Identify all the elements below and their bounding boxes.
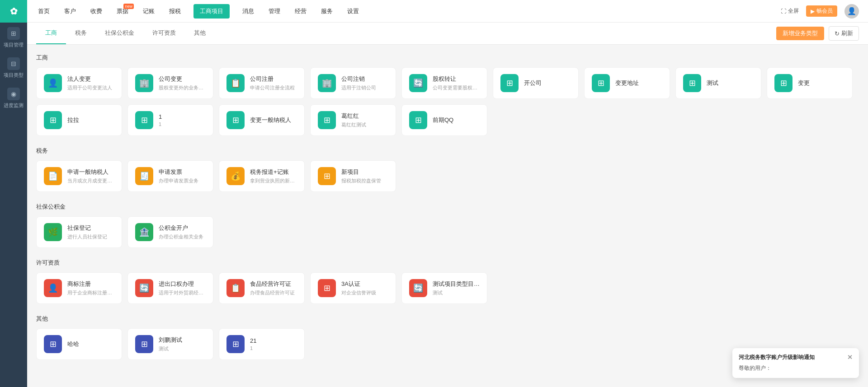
card-change-address[interactable]: ⊞ 变更地址 (584, 67, 670, 99)
card-liupeng-test[interactable]: ⊞ 刘鹏测试 测试 (127, 328, 213, 360)
card-icon-company-change: 🏢 (135, 74, 153, 92)
card-lala[interactable]: ⊞ 拉拉 (36, 104, 122, 136)
fullscreen-btn[interactable]: ⛶ 全屏 (781, 7, 799, 15)
card-gehonghong[interactable]: ⊞ 葛红红 葛红红测试 (310, 104, 396, 136)
tab-license[interactable]: 许可资质 (143, 23, 185, 44)
sidebar-label-progress-monitor: 进度监测 (4, 102, 24, 109)
card-company-cancel[interactable]: 🏢 公司注销 适用于注销公司 (310, 67, 396, 99)
card-info-fund-account: 公积金开户 办理公积金相关业务 (159, 224, 206, 240)
notification-popup: 河北税务数字账户升级影响通知 ✕ 尊敬的用户： (732, 348, 859, 378)
card-desc-legal-change: 适用于公司变更法人 (67, 84, 114, 91)
card-desc-food-license: 办理食品经营许可证 (250, 289, 297, 296)
nav-home[interactable]: 首页 (36, 0, 52, 23)
card-fund-account[interactable]: 🏦 公积金开户 办理公积金相关业务 (127, 216, 213, 248)
card-tax-report-accounting[interactable]: 💰 税务报道+记账 拿到营业执照的新公司 (219, 160, 305, 192)
card-icon-company-cancel: 🏢 (318, 74, 336, 92)
card-new-project[interactable]: ⊞ 新项目 报税加税控盘保管 (310, 160, 396, 192)
card-change-taxpayer[interactable]: ⊞ 变更一般纳税人 (219, 104, 305, 136)
card-icon-change-address: ⊞ (592, 74, 610, 92)
card-info-trademark: 商标注册 用于企业商标注册服务 (67, 280, 114, 296)
card-desc-equity-transfer: 公司变更需要股权转让 (433, 84, 480, 91)
card-equity-transfer[interactable]: 🔄 股权转让 公司变更需要股权转让 (401, 67, 487, 99)
nav-billing[interactable]: 收费 (89, 0, 104, 23)
card-apply-taxpayer[interactable]: 📄 申请一般纳税人 当月或次月成变更完成 (36, 160, 122, 192)
tab-other[interactable]: 其他 (185, 23, 215, 44)
card-social-register[interactable]: 🌿 社保登记 进行人员社保登记 (36, 216, 122, 248)
card-desc-gehonghong: 葛红红测试 (341, 121, 388, 128)
license-cards-grid: 👤 商标注册 用于企业商标注册服务 🔄 进出口权办理 适用于对外贸易经营者 📋 … (36, 272, 859, 304)
card-twenty-one[interactable]: ⊞ 21 1 (219, 328, 305, 360)
tab-tax[interactable]: 税务 (66, 23, 96, 44)
notification-title: 河北税务数字账户升级影响通知 ✕ (739, 354, 853, 361)
card-icon-fund-account: 🏦 (135, 223, 153, 241)
nav-accounting[interactable]: 记账 (141, 0, 156, 23)
add-business-type-button[interactable]: 新增业务类型 (776, 27, 824, 40)
content-area: 工商 税务 社保公积金 许可资质 其他 新增业务类型 ↻ 刷新 工商 👤 (27, 23, 868, 387)
card-name-food-license: 食品经营许可证 (250, 280, 297, 288)
card-one[interactable]: ⊞ 1 1 (127, 104, 213, 136)
nav-management[interactable]: 管理 (267, 0, 282, 23)
card-haha[interactable]: ⊞ 哈哈 (36, 328, 122, 360)
card-name-apply-invoice: 申请发票 (159, 168, 206, 176)
card-apply-invoice[interactable]: 🧾 申请发票 办理申请发票业务 (127, 160, 213, 192)
tab-social[interactable]: 社保公积金 (96, 23, 143, 44)
card-icon-import-export: 🔄 (135, 279, 153, 297)
card-info-one: 1 1 (159, 113, 206, 127)
card-front-qq[interactable]: ⊞ 前期QQ (401, 104, 487, 136)
card-test-type[interactable]: 🔄 测试项目类型目定义 测试 (401, 272, 487, 304)
card-desc-tax-report-accounting: 拿到营业执照的新公司 (250, 177, 297, 184)
nav-messages[interactable]: 消息 (241, 0, 256, 23)
notification-close-button[interactable]: ✕ (847, 354, 853, 361)
sidebar-item-progress-monitor[interactable]: ◉ 进度监测 (0, 83, 27, 113)
nav-tickets[interactable]: 票据 new (115, 0, 130, 23)
section-social: 社保公积金 🌿 社保登记 进行人员社保登记 🏦 公积金开户 办理公积金相关业务 (36, 203, 859, 248)
card-desc-company-change: 股权变更外的业务变更 (159, 84, 206, 91)
card-icon-apply-taxpayer: 📄 (44, 167, 62, 185)
refresh-button[interactable]: ↻ 刷新 (829, 26, 859, 41)
card-info-3a-cert: 3A认证 对企业信誉评级 (341, 280, 388, 296)
card-info-apply-taxpayer: 申请一般纳税人 当月或次月成变更完成 (67, 168, 114, 184)
card-test[interactable]: ⊞ 测试 (675, 67, 761, 99)
vip-btn[interactable]: ▶ 畅会员 (806, 5, 837, 17)
card-open-company[interactable]: ⊞ 开公司 (493, 67, 579, 99)
card-desc-social-register: 进行人员社保登记 (67, 233, 114, 240)
section-title-other: 其他 (36, 315, 859, 323)
card-name-new-project: 新项目 (341, 168, 388, 176)
refresh-label: 刷新 (841, 29, 853, 37)
card-name-fund-account: 公积金开户 (159, 224, 206, 232)
card-3a-cert[interactable]: ⊞ 3A认证 对企业信誉评级 (310, 272, 396, 304)
card-company-register[interactable]: 📋 公司注册 申请公司注册全流程 (219, 67, 305, 99)
card-icon-open-company: ⊞ (500, 74, 519, 92)
nav-tax[interactable]: 报税 (167, 0, 183, 23)
card-name-twenty-one: 21 (250, 337, 297, 344)
sidebar-item-project-type[interactable]: ⊟ 项目类型 (0, 53, 27, 83)
card-legal-change[interactable]: 👤 法人变更 适用于公司变更法人 (36, 67, 122, 99)
card-info-tax-report-accounting: 税务报道+记账 拿到营业执照的新公司 (250, 168, 297, 184)
card-name-test: 测试 (707, 79, 754, 87)
card-import-export[interactable]: 🔄 进出口权办理 适用于对外贸易经营者 (127, 272, 213, 304)
card-icon-haha: ⊞ (44, 335, 62, 353)
card-food-license[interactable]: 📋 食品经营许可证 办理食品经营许可证 (219, 272, 305, 304)
nav-industrial[interactable]: 工商项目 (193, 4, 230, 19)
card-info-equity-transfer: 股权转让 公司变更需要股权转让 (433, 75, 480, 91)
tab-bar: 工商 税务 社保公积金 许可资质 其他 新增业务类型 ↻ 刷新 (27, 23, 868, 45)
card-desc-3a-cert: 对企业信誉评级 (341, 289, 388, 296)
card-desc-test-type: 测试 (433, 289, 480, 296)
card-name-company-cancel: 公司注销 (341, 75, 388, 83)
social-cards-grid: 🌿 社保登记 进行人员社保登记 🏦 公积金开户 办理公积金相关业务 (36, 216, 859, 248)
card-company-change[interactable]: 🏢 公司变更 股权变更外的业务变更 (127, 67, 213, 99)
card-info-legal-change: 法人变更 适用于公司变更法人 (67, 75, 114, 91)
card-trademark[interactable]: 👤 商标注册 用于企业商标注册服务 (36, 272, 122, 304)
card-name-apply-taxpayer: 申请一般纳税人 (67, 168, 114, 176)
nav-services[interactable]: 服务 (319, 0, 335, 23)
sidebar-item-project-mgmt[interactable]: ⊞ 项目管理 (0, 23, 27, 53)
nav-customer[interactable]: 客户 (62, 0, 78, 23)
tab-industrial[interactable]: 工商 (36, 23, 66, 44)
card-info-new-project: 新项目 报税加税控盘保管 (341, 168, 388, 184)
nav-operations[interactable]: 经营 (293, 0, 308, 23)
card-info-haha: 哈哈 (67, 340, 114, 348)
nav-settings[interactable]: 设置 (345, 0, 361, 23)
user-avatar[interactable]: 👤 (844, 4, 859, 19)
logo-icon: ✿ (10, 6, 18, 17)
card-change[interactable]: ⊞ 变更 (767, 67, 853, 99)
